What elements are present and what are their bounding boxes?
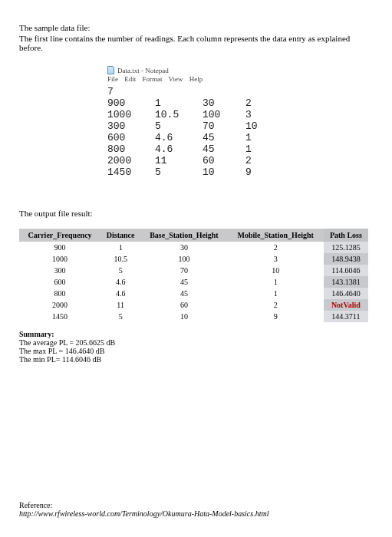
cell: 1 — [228, 288, 324, 299]
cell: 70 — [140, 265, 228, 276]
notepad-titlebar: Data.txt - Notepad — [107, 66, 307, 74]
reference-block: Reference: http://www.rfwireless-world.c… — [19, 501, 268, 518]
cell: 600 — [19, 276, 100, 288]
cell: 800 — [19, 288, 100, 299]
data-row: 800 4.6 45 1 — [107, 143, 307, 155]
cell: 1 — [245, 132, 267, 143]
notepad-window: Data.txt - Notepad File Edit Format View… — [107, 66, 307, 178]
path-loss-cell: 146.4640 — [324, 288, 368, 299]
cell: 5 — [100, 265, 140, 276]
cell: 11 — [155, 155, 203, 166]
summary-heading: Summary: — [19, 330, 373, 338]
reference-heading: Reference: — [19, 501, 268, 509]
table-row: 9001302125.1285 — [19, 242, 368, 253]
menu-edit[interactable]: Edit — [124, 75, 136, 83]
table-row: 6004.6451143.1381 — [19, 276, 368, 288]
path-loss-cell: NotValid — [324, 299, 368, 311]
cell: 10.5 — [100, 253, 140, 265]
col-carrier-frequency: Carrier_Frequency — [19, 229, 100, 242]
data-row: 1450 5 10 9 — [107, 166, 307, 178]
summary-min: The min PL= 114.6046 dB — [19, 355, 373, 364]
menu-file[interactable]: File — [107, 75, 118, 83]
cell: 4.6 — [155, 132, 203, 143]
cell: 30 — [203, 97, 245, 109]
col-mobile-station-height: Mobile_Station_Height — [228, 229, 324, 242]
cell: 1 — [100, 242, 140, 253]
cell: 10.5 — [155, 109, 203, 120]
data-row: 1000 10.5 100 3 — [107, 109, 307, 120]
menu-format[interactable]: Format — [143, 75, 163, 83]
col-path-loss: Path Loss — [324, 229, 368, 242]
path-loss-cell: 148.9438 — [324, 253, 368, 265]
table-row: 200011602NotValid — [19, 299, 368, 311]
cell: 1450 — [19, 311, 100, 322]
notepad-content: 7 900 1 30 2 1000 10.5 100 3 300 5 70 10… — [107, 86, 307, 178]
cell: 9 — [228, 311, 324, 322]
cell: 1 — [228, 276, 324, 288]
table-row: 100010.51003148.9438 — [19, 253, 368, 265]
col-base-station-height: Base_Station_Height — [140, 229, 228, 242]
notepad-menubar: File Edit Format View Help — [107, 75, 307, 83]
cell: 2000 — [19, 299, 100, 311]
output-heading: The output file result: — [19, 209, 373, 218]
cell: 900 — [19, 242, 100, 253]
cell: 100 — [140, 253, 228, 265]
cell: 2 — [228, 242, 324, 253]
menu-help[interactable]: Help — [189, 75, 203, 83]
cell: 300 — [19, 265, 100, 276]
summary-max: The max PL = 146.4640 dB — [19, 347, 373, 355]
data-row: 600 4.6 45 1 — [107, 132, 307, 143]
intro-line-1: The sample data file: — [19, 23, 373, 32]
cell: 1000 — [107, 109, 155, 120]
cell: 300 — [107, 120, 155, 132]
reading-count: 7 — [107, 86, 114, 97]
cell: 9 — [245, 166, 267, 178]
cell: 30 — [140, 242, 228, 253]
cell: 5 — [100, 311, 140, 322]
cell: 1 — [245, 143, 267, 155]
notepad-icon — [107, 66, 114, 74]
cell: 10 — [228, 265, 324, 276]
path-loss-cell: 144.3711 — [324, 311, 368, 322]
col-distance: Distance — [100, 229, 140, 242]
cell: 45 — [203, 143, 245, 155]
notepad-title-text: Data.txt - Notepad — [117, 67, 169, 74]
cell: 10 — [140, 311, 228, 322]
data-row: 300 5 70 10 — [107, 120, 307, 132]
cell: 1 — [155, 97, 203, 109]
cell: 60 — [140, 299, 228, 311]
intro-line-2: The first line contains the number of re… — [19, 34, 373, 52]
data-row: 2000 11 60 2 — [107, 155, 307, 166]
summary-average: The average PL = 205.6625 dB — [19, 338, 373, 347]
table-row: 8004.6451146.4640 — [19, 288, 368, 299]
cell: 800 — [107, 143, 155, 155]
cell: 2 — [245, 97, 267, 109]
cell: 4.6 — [100, 276, 140, 288]
cell: 4.6 — [155, 143, 203, 155]
cell: 10 — [203, 166, 245, 178]
cell: 2000 — [107, 155, 155, 166]
cell: 3 — [228, 253, 324, 265]
cell: 10 — [245, 120, 267, 132]
cell: 3 — [245, 109, 267, 120]
data-row: 900 1 30 2 — [107, 97, 307, 109]
cell: 5 — [155, 166, 203, 178]
cell: 45 — [203, 132, 245, 143]
cell: 5 — [155, 120, 203, 132]
cell: 4.6 — [100, 288, 140, 299]
cell: 45 — [140, 276, 228, 288]
cell: 60 — [203, 155, 245, 166]
path-loss-cell: 125.1285 — [324, 242, 368, 253]
table-row: 14505109144.3711 — [19, 311, 368, 322]
path-loss-cell: 143.1381 — [324, 276, 368, 288]
cell: 100 — [203, 109, 245, 120]
summary-block: Summary: The average PL = 205.6625 dB Th… — [19, 330, 373, 364]
path-loss-cell: 114.6046 — [324, 265, 368, 276]
reference-url: http://www.rfwireless-world.com/Terminol… — [19, 509, 268, 518]
table-row: 30057010114.6046 — [19, 265, 368, 276]
cell: 11 — [100, 299, 140, 311]
cell: 45 — [140, 288, 228, 299]
cell: 600 — [107, 132, 155, 143]
cell: 900 — [107, 97, 155, 109]
menu-view[interactable]: View — [169, 75, 183, 83]
